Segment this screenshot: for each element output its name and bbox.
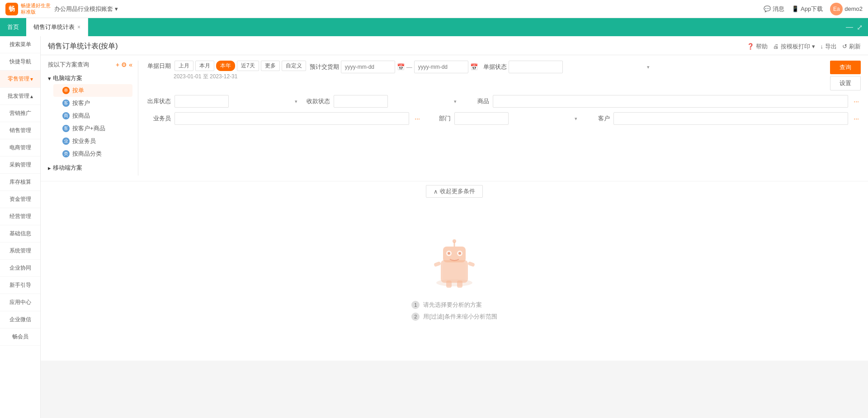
cal-icon-1[interactable]: 📅 (397, 63, 405, 71)
top-bar: 畅 畅捷通好生意 标准版 办公用品行业模拟账套 ▾ 💬 消息 📱 App下载 E… (0, 0, 868, 18)
export-button[interactable]: ↓ 导出 (821, 43, 837, 51)
refresh-button[interactable]: ↺ 刷新 (842, 43, 861, 51)
customer-ellipsis[interactable]: ··· (852, 115, 861, 122)
sidebar-item-enterprise[interactable]: 企业协同 (0, 260, 40, 277)
maximize-button[interactable]: ⤢ (857, 23, 863, 32)
sidebar-item-newbie[interactable]: 新手引导 (0, 277, 40, 294)
status-select[interactable] (509, 61, 563, 73)
collapse-bar[interactable]: ∧ 收起更多条件 (41, 181, 868, 201)
department-select[interactable] (454, 112, 509, 125)
salesperson-label: 业务员 (146, 114, 171, 123)
svg-rect-10 (434, 261, 441, 267)
scheme-header: 按以下方案查询 + ⚙ « (48, 61, 132, 69)
sidebar-item-sales[interactable]: 销售管理 (0, 122, 40, 139)
app-download-button[interactable]: 📱 App下载 (792, 5, 823, 13)
date-btn-7days[interactable]: 近7天 (237, 61, 259, 71)
tab-home[interactable]: 首页 (0, 18, 26, 36)
svg-rect-12 (446, 280, 452, 288)
scheme-add-button[interactable]: + (116, 61, 119, 68)
sidebar-quick-nav[interactable]: 快捷导航 (0, 53, 40, 71)
filter-layout: 按以下方案查询 + ⚙ « ▾ 电脑端方案 (48, 61, 861, 176)
cal-icon-2[interactable]: 📅 (470, 63, 478, 71)
customer-input[interactable] (613, 112, 848, 125)
scheme-settings-button[interactable]: ⚙ (121, 61, 127, 68)
scheme-item-by-customer-goods[interactable]: 客 按客户+商品 (53, 122, 132, 135)
minimize-button[interactable]: — (846, 23, 853, 31)
page-header: 销售订单统计表(按单) ❓ 帮助 🖨 按模板打印 ▾ ↓ 导出 ↺ 刷新 (41, 36, 868, 55)
sidebar-item-purchase[interactable]: 采购管理 (0, 157, 40, 174)
sidebar-item-finance[interactable]: 资金管理 (0, 191, 40, 208)
tab-sales-order[interactable]: 销售订单统计表 × (26, 18, 88, 36)
tab-close-icon[interactable]: × (77, 24, 80, 30)
filter-row-2: 出库状态 收款状态 (146, 95, 861, 108)
collapse-button[interactable]: ∧ 收起更多条件 (426, 185, 483, 198)
sidebar-item-member[interactable]: 畅会员 (0, 328, 40, 346)
message-icon: 💬 (764, 5, 771, 12)
salesperson-input[interactable] (175, 112, 409, 125)
payment-select[interactable] (334, 95, 388, 108)
collapse-arrow-icon: ∧ (434, 188, 438, 195)
sidebar-item-system[interactable]: 系统管理 (0, 242, 40, 260)
sidebar-item-wholesale[interactable]: 批发管理▴ (0, 88, 40, 105)
top-bar-left: 畅 畅捷通好生意 标准版 办公用品行业模拟账套 ▾ (5, 3, 118, 15)
sidebar-item-inventory[interactable]: 库存核算 (0, 174, 40, 191)
print-button[interactable]: 🖨 按模板打印 ▾ (773, 43, 815, 51)
filter-panel: 按以下方案查询 + ⚙ « ▾ 电脑端方案 (41, 55, 868, 181)
scheme-items-desktop: 单 按单 客 按客户 商 按商品 (53, 84, 132, 160)
date-btn-this-year[interactable]: 本年 (216, 61, 235, 71)
delivery-select[interactable] (175, 95, 229, 108)
scheme-item-by-salesperson[interactable]: 业 按业务员 (53, 135, 132, 147)
svg-rect-2 (443, 262, 466, 280)
logo-text: 畅捷通好生意 标准版 (21, 3, 51, 14)
status-select-wrapper (509, 61, 653, 73)
expected-delivery-end[interactable] (414, 61, 468, 73)
sidebar-item-weixin[interactable]: 企业微信 (0, 311, 40, 328)
empty-tip-2: 2 用[过滤]条件来缩小分析范围 (411, 313, 497, 321)
company-selector[interactable]: 办公用品行业模拟账套 ▾ (54, 5, 118, 13)
page-body: 按以下方案查询 + ⚙ « ▾ 电脑端方案 (41, 55, 868, 418)
scheme-header-actions: + ⚙ « (116, 61, 132, 68)
delivery-select-wrapper (175, 95, 301, 108)
date-btn-more[interactable]: 更多 (261, 61, 280, 71)
print-arrow-icon: ▾ (812, 43, 815, 50)
filter-right: 单据日期 上月 本月 本年 近7天 更多 自定义 (138, 61, 861, 176)
date-buttons: 上月 本月 本年 近7天 更多 自定义 (175, 61, 306, 71)
scheme-section-mobile-title[interactable]: ▸ 移动端方案 (48, 162, 132, 174)
settings-button[interactable]: 设置 (830, 76, 861, 90)
scheme-item-by-customer[interactable]: 客 按客户 (53, 97, 132, 109)
sidebar-search[interactable]: 搜索菜单 (0, 36, 40, 53)
main-layout: 搜索菜单 快捷导航 零售管理▾ 批发管理▴ 营销推广 销售管理 电商管理 采购管… (0, 36, 868, 418)
scheme-section-mobile: ▸ 移动端方案 (48, 162, 132, 174)
sidebar-item-operations[interactable]: 经营管理 (0, 208, 40, 225)
help-button[interactable]: ❓ 帮助 (747, 43, 768, 51)
sidebar-item-marketing[interactable]: 营销推广 (0, 105, 40, 122)
scheme-section-desktop-title[interactable]: ▾ 电脑端方案 (48, 72, 132, 84)
scheme-title: 按以下方案查询 (48, 61, 89, 69)
date-btn-this-month[interactable]: 本月 (195, 61, 214, 71)
sidebar-item-basic-info[interactable]: 基础信息 (0, 225, 40, 242)
scheme-item-icon-cg: 客 (62, 125, 70, 132)
query-button[interactable]: 查询 (830, 61, 861, 74)
scheme-item-by-category[interactable]: 类 按商品分类 (53, 147, 132, 160)
date-label: 单据日期 (146, 62, 171, 70)
message-button[interactable]: 💬 消息 (764, 5, 784, 13)
scheme-item-icon-category: 类 (62, 150, 70, 157)
expected-delivery-start[interactable] (341, 61, 395, 73)
scheme-item-by-order[interactable]: 单 按单 (53, 84, 132, 97)
sidebar-item-ecommerce[interactable]: 电商管理 (0, 139, 40, 157)
scheme-section-desktop: ▾ 电脑端方案 单 按单 客 按客户 (48, 72, 132, 160)
user-menu[interactable]: Ea demo2 (830, 3, 863, 15)
svg-point-9 (453, 239, 456, 243)
date-btn-custom[interactable]: 自定义 (282, 61, 306, 71)
goods-input[interactable] (493, 95, 848, 108)
sidebar-item-app-center[interactable]: 应用中心 (0, 294, 40, 311)
date-btn-last-month[interactable]: 上月 (175, 61, 193, 71)
empty-tips: 1 请先选择要分析的方案 2 用[过滤]条件来缩小分析范围 (411, 301, 497, 324)
help-icon: ❓ (747, 43, 754, 50)
scheme-item-by-goods[interactable]: 商 按商品 (53, 109, 132, 122)
scheme-collapse-button[interactable]: « (129, 61, 132, 68)
salesperson-ellipsis[interactable]: ··· (413, 115, 422, 122)
goods-ellipsis[interactable]: ··· (852, 98, 861, 105)
sidebar-item-retail[interactable]: 零售管理▾ (0, 71, 40, 88)
goods-label: 商品 (464, 97, 489, 105)
